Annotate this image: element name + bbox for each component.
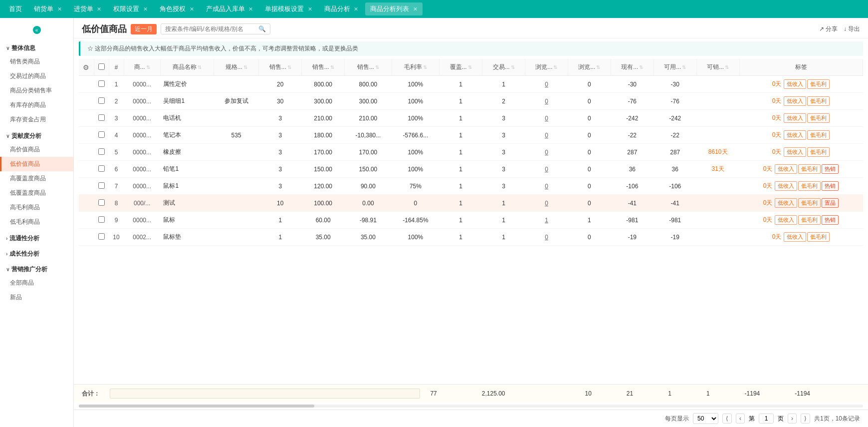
row-checkbox[interactable] (98, 114, 105, 121)
sidebar-item-new-products[interactable]: 新品 (0, 290, 73, 305)
row-trade: 3 (482, 127, 525, 144)
sidebar-group-growth[interactable]: › 成长性分析 (0, 245, 73, 260)
nav-home[interactable]: 首页 (4, 2, 27, 15)
sidebar-collapse-btn[interactable]: « (33, 26, 41, 34)
search-icon[interactable]: 🔍 (258, 25, 266, 32)
browse1-link[interactable]: 0 (545, 132, 548, 139)
first-page-btn[interactable]: ⟨ (722, 414, 732, 424)
select-all-checkbox[interactable] (98, 63, 105, 70)
checkbox-cell[interactable] (94, 144, 109, 161)
row-browse1[interactable]: 0 (525, 93, 568, 110)
browse1-link[interactable]: 0 (545, 183, 548, 190)
checkbox-cell[interactable] (94, 178, 109, 195)
sidebar-item-traded-products[interactable]: 交易过的商品 (0, 69, 73, 83)
sidebar-item-low-value[interactable]: 低价值商品 (0, 157, 73, 171)
row-checkbox[interactable] (98, 80, 105, 87)
page-number-input[interactable] (759, 414, 774, 424)
row-browse1[interactable]: 0 (525, 229, 568, 246)
row-browse1[interactable]: 0 (525, 127, 568, 144)
th-available[interactable]: 可用...⇅ (653, 59, 696, 76)
sidebar-item-sales-products[interactable]: 销售类商品 (0, 54, 73, 69)
row-name: 电话机 (160, 110, 214, 127)
sidebar-item-low-gross[interactable]: 低毛利商品 (0, 215, 73, 229)
nav-template-settings[interactable]: 单据模板设置 ✕ (260, 2, 317, 15)
row-browse1[interactable]: 0 (525, 161, 568, 178)
nav-product-analysis[interactable]: 商品分析 ✕ (319, 2, 364, 15)
row-checkbox[interactable] (98, 233, 105, 240)
browse1-link[interactable]: 0 (545, 200, 548, 207)
scrollbar-track[interactable] (74, 403, 868, 410)
prev-page-btn[interactable]: ‹ (736, 414, 745, 424)
per-page-select[interactable]: 50 100 (693, 413, 718, 424)
last-page-btn[interactable]: ⟩ (801, 414, 810, 424)
sidebar-item-with-stock[interactable]: 有库存的商品 (0, 98, 73, 112)
sidebar-item-category-sales-rate[interactable]: 商品分类销售率 (0, 83, 73, 98)
th-name[interactable]: 商品名称⇅ (160, 59, 214, 76)
th-sales-val[interactable]: 销售...⇅ (345, 59, 392, 76)
checkbox-cell[interactable] (94, 76, 109, 93)
nav-product-inbound[interactable]: 产成品入库单 ✕ (201, 2, 258, 15)
browse1-link[interactable]: 0 (545, 166, 548, 173)
main-layout: « ∨ 整体信息 销售类商品 交易过的商品 商品分类销售率 有库存的商品 库存资… (0, 18, 868, 427)
row-checkbox[interactable] (98, 199, 105, 206)
row-stock: -30 (611, 76, 653, 93)
row-checkbox[interactable] (98, 131, 105, 138)
browse1-link[interactable]: 0 (545, 149, 548, 156)
th-gross-rate[interactable]: 毛利率⇅ (392, 59, 439, 76)
time-filter-btn[interactable]: 近一月 (131, 24, 157, 34)
sidebar-item-high-gross[interactable]: 高毛利商品 (0, 200, 73, 215)
th-coverage[interactable]: 覆盖...⇅ (439, 59, 482, 76)
nav-permissions[interactable]: 权限设置 ✕ (108, 2, 153, 15)
row-checkbox[interactable] (98, 165, 105, 172)
checkbox-cell[interactable] (94, 229, 109, 246)
browse1-link[interactable]: 0 (545, 81, 548, 88)
th-spec[interactable]: 规格...⇅ (214, 59, 258, 76)
row-browse1[interactable]: 0 (525, 76, 568, 93)
row-checkbox[interactable] (98, 97, 105, 104)
row-checkbox[interactable] (98, 216, 105, 223)
browse1-link[interactable]: 0 (545, 98, 548, 105)
data-table: ⚙ # 商...⇅ 商品名称⇅ 规格...⇅ 销售...⇅ 销售...⇅ 销售.… (79, 59, 863, 246)
th-sales-qty[interactable]: 销售...⇅ (259, 59, 302, 76)
checkbox-cell[interactable] (94, 195, 109, 212)
nav-role-auth[interactable]: 角色授权 ✕ (155, 2, 199, 15)
th-code[interactable]: 商...⇅ (124, 59, 160, 76)
sidebar-item-high-coverage[interactable]: 高覆盖度商品 (0, 171, 73, 186)
checkbox-cell[interactable] (94, 161, 109, 178)
sidebar-item-all-products[interactable]: 全部商品 (0, 276, 73, 290)
row-browse1[interactable]: 0 (525, 144, 568, 161)
th-browse1[interactable]: 浏览...⇅ (525, 59, 568, 76)
sidebar-item-low-coverage[interactable]: 低覆盖度商品 (0, 186, 73, 200)
th-browse2[interactable]: 浏览...⇅ (568, 59, 611, 76)
search-input[interactable] (165, 25, 256, 32)
row-browse1[interactable]: 1 (525, 212, 568, 229)
th-sales-amount[interactable]: 销售...⇅ (302, 59, 345, 76)
th-sellable[interactable]: 可销...⇅ (696, 59, 739, 76)
checkbox-cell[interactable] (94, 212, 109, 229)
nav-purchase-order[interactable]: 进货单 ✕ (69, 2, 107, 15)
checkbox-cell[interactable] (94, 93, 109, 110)
row-checkbox[interactable] (98, 182, 105, 189)
checkbox-cell[interactable] (94, 127, 109, 144)
export-btn[interactable]: ↓ 导出 (844, 25, 860, 33)
sidebar-item-stock-capital[interactable]: 库存资金占用 (0, 112, 73, 127)
sidebar-item-high-value[interactable]: 高价值商品 (0, 142, 73, 157)
row-browse1[interactable]: 0 (525, 178, 568, 195)
checkbox-cell[interactable] (94, 110, 109, 127)
row-checkbox[interactable] (98, 148, 105, 155)
th-trade[interactable]: 交易...⇅ (482, 59, 525, 76)
browse1-link[interactable]: 0 (545, 115, 548, 122)
browse1-link[interactable]: 0 (545, 234, 548, 241)
share-btn[interactable]: ↗ 分享 (819, 25, 838, 33)
nav-product-analysis-list[interactable]: 商品分析列表 ✕ (365, 2, 423, 15)
sidebar-group-liquidity[interactable]: › 流通性分析 (0, 229, 73, 245)
th-checkbox[interactable] (94, 59, 109, 76)
th-stock[interactable]: 现有...⇅ (611, 59, 653, 76)
nav-sales-order[interactable]: 销货单 ✕ (29, 2, 67, 15)
th-settings[interactable]: ⚙ (79, 59, 94, 76)
row-browse1[interactable]: 0 (525, 195, 568, 212)
browse1-link[interactable]: 1 (545, 217, 548, 224)
next-page-btn[interactable]: › (788, 414, 797, 424)
row-browse1[interactable]: 0 (525, 110, 568, 127)
settings-icon[interactable]: ⚙ (83, 63, 89, 71)
